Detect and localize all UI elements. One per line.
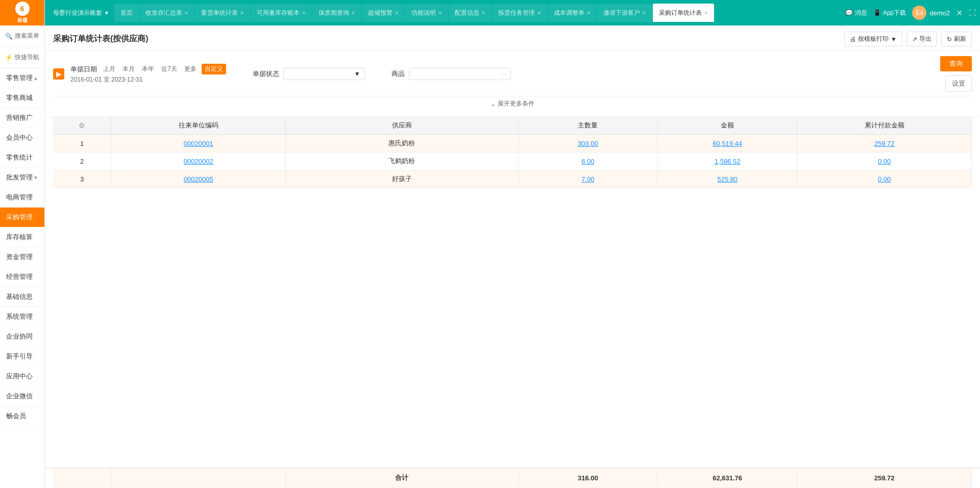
window-expand-button[interactable]: ⛶ <box>969 9 976 17</box>
expand-more-button[interactable]: ⌄ 展开更多条件 <box>491 99 534 108</box>
workspace-selector[interactable]: 母婴行业演示账套 ▼ <box>49 9 113 17</box>
avatar-initials: Ea <box>916 9 923 16</box>
sidebar-item-batch-mgmt[interactable]: 批发管理 ▼ <box>0 168 44 188</box>
sidebar-item-retail-stats[interactable]: 零售统计 <box>0 148 44 168</box>
sidebar-item-inventory[interactable]: 库存核算 <box>0 227 44 247</box>
cell-paid[interactable]: 0.00 <box>797 152 972 170</box>
table-area: ⚙ 往来单位编码 供应商 主数量 金额 累计付款金额 1 00020001 惠氏… <box>45 117 980 468</box>
close-icon[interactable]: ✕ <box>302 10 306 16</box>
sidebar-item-ecommerce[interactable]: 电商管理 <box>0 188 44 208</box>
sidebar-item-basic-info[interactable]: 基础信息 <box>0 287 44 307</box>
sidebar-item-app-center[interactable]: 应用中心 <box>0 367 44 387</box>
date-tab-7days[interactable]: 近7天 <box>159 64 179 74</box>
sidebar-item-enterprise-wechat[interactable]: 企业微信 <box>0 387 44 406</box>
tab-pick-task[interactable]: 拣货任务管理 ✕ <box>492 4 547 22</box>
cell-paid[interactable]: 259.72 <box>797 135 972 152</box>
sidebar-menu: 零售管理 ▲ 零售商城 营销推广 会员中心 零售统计 批发管理 ▼ 电商管理 采… <box>0 68 44 488</box>
message-label: 消息 <box>855 9 867 17</box>
close-icon[interactable]: ✕ <box>184 10 188 16</box>
date-tab-more[interactable]: 更多 <box>182 64 199 74</box>
app-download-button[interactable]: 📱 App下载 <box>873 9 906 17</box>
cell-qty[interactable]: 6.00 <box>518 152 657 170</box>
tab-invite-downstream-label: 邀请下游客户 <box>603 9 640 17</box>
tab-overstock-alert[interactable]: 超储预警 ✕ <box>362 4 405 22</box>
cell-amount[interactable]: 525.80 <box>657 170 797 188</box>
query-button[interactable]: 查询 <box>940 56 972 71</box>
user-menu[interactable]: Ea demo2 <box>912 6 950 20</box>
tab-invite-downstream[interactable]: 邀请下游客户 ✕ <box>597 4 652 22</box>
chevron-down-icon: ▼ <box>354 70 360 78</box>
close-icon[interactable]: ✕ <box>395 10 399 16</box>
main-content: 母婴行业演示账套 ▼ 首页 收发存汇总表 ✕ 要货单统计表 ✕ 可用量库存账本 … <box>45 0 980 488</box>
close-icon[interactable]: ✕ <box>586 10 591 16</box>
sidebar-item-marketing[interactable]: 营销推广 <box>0 108 44 128</box>
avatar: Ea <box>912 6 926 20</box>
status-filter-group: 单据状态 ▼ <box>253 68 365 80</box>
cell-amount[interactable]: 60,519.44 <box>657 135 797 152</box>
date-tab-this-month[interactable]: 本月 <box>120 64 137 74</box>
message-button[interactable]: 💬 消息 <box>845 9 867 17</box>
cell-paid[interactable]: 0.00 <box>797 170 972 188</box>
close-icon[interactable]: ✕ <box>240 10 244 16</box>
date-tab-last-month[interactable]: 上月 <box>101 64 117 74</box>
search-menu-label: 搜索菜单 <box>15 32 39 40</box>
filter-toggle-button[interactable]: ▶ <box>53 68 64 80</box>
close-icon[interactable]: ✕ <box>704 10 708 16</box>
date-tab-custom[interactable]: 自定义 <box>202 64 226 74</box>
export-button[interactable]: ↗ 导出 <box>906 32 937 46</box>
close-icon[interactable]: ✕ <box>438 10 442 16</box>
sidebar-item-retail-mgmt[interactable]: 零售管理 ▲ <box>0 68 44 88</box>
tab-overstock-alert-label: 超储预警 <box>368 9 393 17</box>
col-code: 往来单位编码 <box>111 117 286 135</box>
sidebar-item-retail-store[interactable]: 零售商城 <box>0 88 44 108</box>
cell-code[interactable]: 00020005 <box>111 170 286 188</box>
data-table: ⚙ 往来单位编码 供应商 主数量 金额 累计付款金额 1 00020001 惠氏… <box>53 117 972 188</box>
tab-receive-summary[interactable]: 收发存汇总表 ✕ <box>139 4 194 22</box>
sidebar-item-new-guide[interactable]: 新手引导 <box>0 347 44 367</box>
tab-home-label: 首页 <box>120 9 133 17</box>
sidebar-item-member-center[interactable]: 会员中心 <box>0 128 44 148</box>
export-label: 导出 <box>919 35 932 43</box>
template-print-button[interactable]: 🖨 按模板打印 ▼ <box>844 32 902 46</box>
cell-supplier: 惠氏奶粉 <box>286 135 519 152</box>
sidebar-item-purchase-mgmt[interactable]: 采购管理 <box>0 208 44 227</box>
settings-icon[interactable]: ⚙ <box>79 121 85 130</box>
print-icon: 🖨 <box>850 36 856 43</box>
tab-config-info[interactable]: 配置信息 ✕ <box>449 4 492 22</box>
cell-amount[interactable]: 1,586.52 <box>657 152 797 170</box>
setting-button[interactable]: 设置 <box>945 75 972 92</box>
tab-function-desc[interactable]: 功能说明 ✕ <box>405 4 448 22</box>
cell-code[interactable]: 00020001 <box>111 135 286 152</box>
close-icon[interactable]: ✕ <box>537 10 541 16</box>
tab-purchase-stats[interactable]: 要货单统计表 ✕ <box>195 4 250 22</box>
sidebar-item-vip[interactable]: 畅会员 <box>0 406 44 426</box>
search-menu-button[interactable]: 🔍 搜索菜单 <box>3 30 41 42</box>
sidebar-item-enterprise[interactable]: 企业协同 <box>0 327 44 347</box>
cell-code[interactable]: 00020002 <box>111 152 286 170</box>
tab-home[interactable]: 首页 <box>114 4 139 22</box>
quick-nav-button[interactable]: ⚡ 快捷导航 <box>3 51 41 64</box>
user-name: demo2 <box>929 9 950 17</box>
workspace-arrow-icon: ▼ <box>104 10 109 16</box>
tab-purchase-order-stats[interactable]: 采购订单统计表 ✕ <box>653 4 714 22</box>
close-icon[interactable]: ✕ <box>351 10 355 16</box>
cell-qty[interactable]: 7.00 <box>518 170 657 188</box>
sidebar-item-finance[interactable]: 资金管理 <box>0 247 44 267</box>
date-tab-this-year[interactable]: 本年 <box>140 64 156 74</box>
close-icon[interactable]: ✕ <box>642 10 646 16</box>
refresh-button[interactable]: ↻ 刷新 <box>941 32 972 46</box>
tab-cost-adjust[interactable]: 成本调整单 ✕ <box>548 4 597 22</box>
sidebar-item-operations[interactable]: 经营管理 <box>0 267 44 287</box>
sidebar-item-system[interactable]: 系统管理 <box>0 307 44 327</box>
goods-filter-label: 商品 <box>391 69 405 79</box>
close-icon[interactable]: ✕ <box>481 10 485 16</box>
col-supplier: 供应商 <box>286 117 519 135</box>
tab-purchase-stats-label: 要货单统计表 <box>201 9 238 17</box>
cell-qty[interactable]: 303.00 <box>518 135 657 152</box>
page-title: 采购订单统计表(按供应商) <box>53 34 149 44</box>
status-select[interactable]: ▼ <box>283 68 365 80</box>
goods-input[interactable]: ··· <box>409 68 511 80</box>
window-close-button[interactable]: ✕ <box>956 8 963 18</box>
tab-inventory-book[interactable]: 可用量库存账本 ✕ <box>251 4 312 22</box>
tab-validity-query[interactable]: 保质期查询 ✕ <box>312 4 361 22</box>
